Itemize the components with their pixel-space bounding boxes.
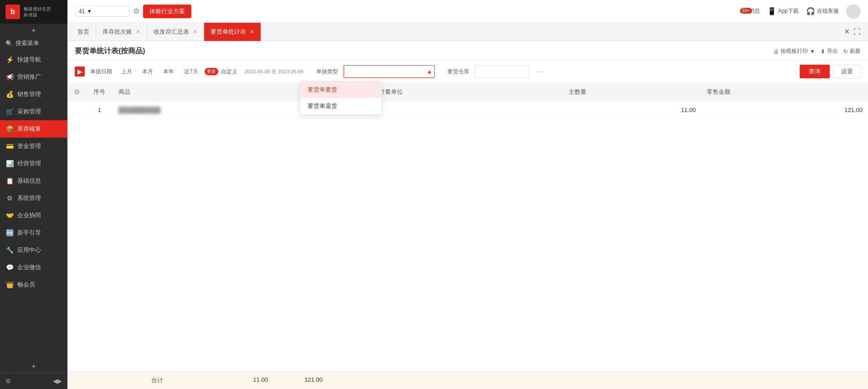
cell-num: 1: [86, 101, 113, 119]
sidebar-item-quick-nav[interactable]: ⚡ 快捷导航: [0, 51, 67, 68]
store-selector[interactable]: 41 ▼: [75, 6, 129, 17]
page-actions: 🖨 按模板打印 ▼ ⬇ 导出 ↻ 刷新: [773, 47, 861, 55]
date-btn-last-month[interactable]: 上月: [118, 67, 136, 77]
date-range-display: 2023-05-06 至 2023-06-06: [245, 68, 304, 75]
expand-filter-btn[interactable]: ▶: [75, 67, 85, 77]
sidebar-scroll-down[interactable]: ▼: [0, 361, 67, 373]
sidebar-item-marketing[interactable]: 📢 营销推广: [0, 68, 67, 86]
column-settings-icon[interactable]: ⚙: [74, 88, 80, 96]
header: 41 ▼ ⚙ 体验行业方案 ✉ 99+ 消息 📱 App下载 🎧 在线客服: [67, 0, 868, 23]
date-filter-label: 单据日期: [90, 68, 112, 76]
main-area: 41 ▼ ⚙ 体验行业方案 ✉ 99+ 消息 📱 App下载 🎧 在线客服: [67, 0, 868, 389]
sidebar-item-operations[interactable]: 📊 经营管理: [0, 155, 67, 172]
sidebar-item-vip[interactable]: 👑 畅会员: [0, 276, 67, 293]
close-tab-receive-summary[interactable]: ✕: [193, 29, 197, 35]
close-tab-purchase-order-stats[interactable]: ✕: [250, 29, 254, 35]
refresh-btn[interactable]: ↻ 刷新: [843, 47, 861, 55]
sidebar-item-inventory[interactable]: 📦 库存核算: [0, 120, 67, 138]
tab-home[interactable]: 首页: [71, 23, 96, 41]
page-header: 要货单统计表(按商品) 🖨 按模板打印 ▼ ⬇ 导出 ↻ 刷新: [67, 41, 868, 60]
sidebar-bottom: ⚙ ◀▶: [0, 373, 67, 389]
export-icon: ⬇: [821, 48, 825, 55]
maximize-tab-icon[interactable]: ⛶: [853, 28, 861, 36]
appstore-icon: 🔧: [5, 246, 14, 254]
data-table-container: ⚙ 序号 商品 主计量单位 主数量 零售金额 1 ██████████: [67, 83, 868, 371]
tab-inventory-batch[interactable]: 库存批次账 ✕: [96, 23, 147, 41]
dropdown-item-purchase-order[interactable]: 要货单要货: [300, 82, 381, 98]
type-select-wrapper: ▲: [344, 65, 435, 78]
page-title: 要货单统计表(按商品): [75, 46, 145, 56]
cell-unit: 块: [368, 101, 563, 119]
sales-icon: 💰: [5, 90, 14, 98]
sidebar-settings-icon[interactable]: ⚙: [5, 378, 11, 384]
tabs-actions: ✕ ⛶: [844, 27, 864, 36]
type-select-input[interactable]: [344, 65, 435, 78]
trial-button[interactable]: 体验行业方案: [143, 5, 191, 18]
search-menu-item[interactable]: 🔍 搜索菜单: [0, 36, 67, 51]
footer-label: 合计: [146, 376, 182, 384]
app-download-item[interactable]: 📱 App下载: [767, 7, 799, 15]
marketing-icon: 📢: [5, 73, 14, 81]
date-more-badge[interactable]: 更多: [205, 68, 218, 75]
print-template-btn[interactable]: 🖨 按模板打印 ▼: [773, 47, 815, 55]
sidebar-scroll-up[interactable]: ▲: [0, 24, 67, 36]
warehouse-more-icon[interactable]: ⋯: [537, 67, 544, 76]
headset-icon: 🎧: [806, 7, 815, 15]
date-btn-this-year[interactable]: 本年: [159, 67, 178, 77]
warehouse-filter-label: 要货仓库: [447, 68, 469, 76]
finance-icon: 💳: [5, 142, 14, 150]
dropdown-item-purchase-return[interactable]: 要货单退货: [300, 98, 381, 114]
header-right: ✉ 99+ 消息 📱 App下载 🎧 在线客服: [740, 4, 861, 19]
app-download-icon: 📱: [767, 7, 776, 15]
inventory-icon: 📦: [5, 125, 14, 133]
date-custom-btn[interactable]: 自定义: [221, 68, 237, 76]
close-all-tabs-icon[interactable]: ✕: [844, 27, 850, 36]
col-header-amount: 零售金额: [701, 83, 868, 101]
settings-button[interactable]: 设置: [833, 65, 861, 78]
sidebar-item-system[interactable]: ⚙ 系统管理: [0, 189, 67, 207]
sidebar-nav: ⚡ 快捷导航 📢 营销推广 💰 销售管理 🛒 采购管理 📦 库存核算 💳 资金管…: [0, 51, 67, 361]
filter-right-actions: 查询 设置: [800, 65, 861, 78]
settings-gear-icon[interactable]: ⚙: [133, 7, 139, 15]
store-dropdown-arrow: ▼: [87, 8, 92, 15]
cell-amount: 121.00: [701, 101, 868, 119]
close-tab-inventory-batch[interactable]: ✕: [136, 29, 140, 35]
export-btn[interactable]: ⬇ 导出: [821, 47, 838, 55]
type-filter-label: 单据类型: [316, 68, 338, 76]
sidebar-item-sales[interactable]: 💰 销售管理: [0, 86, 67, 103]
app-logo: b 畅捷通好生意 标准版: [0, 0, 67, 24]
sidebar-item-appstore[interactable]: 🔧 应用中心: [0, 241, 67, 259]
sidebar-item-guide[interactable]: 🆕 新手引导: [0, 224, 67, 241]
date-btn-this-month[interactable]: 本月: [139, 67, 157, 77]
date-btn-7days[interactable]: 近7天: [180, 67, 202, 77]
sidebar-item-basic-info[interactable]: 📋 基础信息: [0, 172, 67, 189]
system-icon: ⚙: [5, 194, 14, 202]
collab-icon: 🤝: [5, 211, 14, 220]
wechat-icon: 💬: [5, 263, 14, 271]
table-row: 1 ██████████ 块 11.00 121.00: [67, 101, 868, 119]
online-service-item[interactable]: 🎧 在线客服: [806, 7, 839, 15]
filter-bar: ▶ 单据日期 上月 本月 本年 近7天 更多 自定义 2023-05-06 至 …: [67, 60, 868, 83]
footer-empty-settings: [73, 376, 109, 384]
sidebar-item-wechat[interactable]: 💬 企业微信: [0, 259, 67, 276]
footer-empty-num: [109, 376, 146, 384]
data-table: ⚙ 序号 商品 主计量单位 主数量 零售金额 1 ██████████: [67, 83, 868, 119]
notification-item[interactable]: ✉ 99+ 消息: [740, 7, 760, 15]
sidebar-item-collab[interactable]: 🤝 企业协同: [0, 207, 67, 224]
warehouse-selector[interactable]: [475, 65, 529, 78]
cell-qty: 11.00: [563, 101, 701, 119]
tab-purchase-order-stats[interactable]: 要货单统计表 ✕: [204, 23, 261, 41]
sidebar-collapse-btn[interactable]: ◀▶: [53, 378, 62, 384]
user-avatar[interactable]: [846, 4, 861, 19]
tab-receive-summary[interactable]: 收发存汇总表 ✕: [147, 23, 204, 41]
logo-icon: b: [5, 5, 20, 19]
col-header-unit: 主计量单位: [368, 83, 563, 101]
basic-info-icon: 📋: [5, 177, 14, 185]
table-footer: 合计 11.00 121.00: [67, 371, 868, 389]
print-dropdown-arrow: ▼: [810, 48, 815, 55]
sidebar-item-finance[interactable]: 💳 资金管理: [0, 138, 67, 155]
sidebar-item-purchase[interactable]: 🛒 采购管理: [0, 103, 67, 120]
guide-icon: 🆕: [5, 229, 14, 237]
query-button[interactable]: 查询: [800, 65, 830, 78]
tabs-bar: 首页 库存批次账 ✕ 收发存汇总表 ✕ 要货单统计表 ✕ ✕ ⛶: [67, 23, 868, 41]
